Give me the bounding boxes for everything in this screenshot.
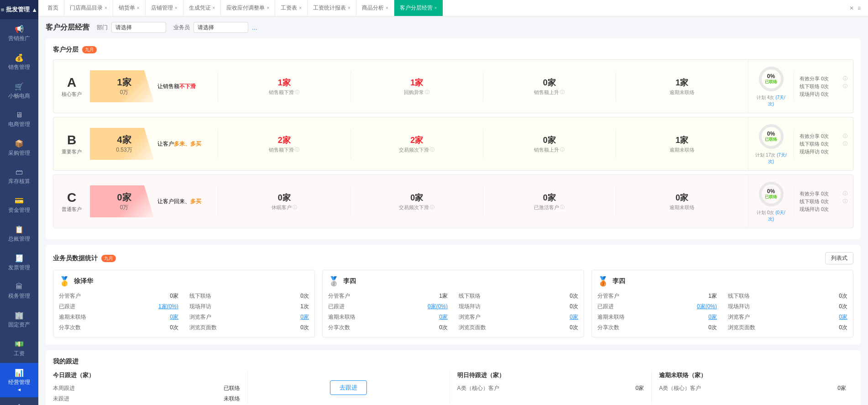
sidebar-item-shuiwu[interactable]: 🏛 税务管理 xyxy=(0,277,38,305)
tier-a-stat-4[interactable]: 1家 逾期未联络 xyxy=(616,72,748,101)
tier-c-stat-4[interactable]: 0家 逾期未联络 xyxy=(616,187,748,216)
tier-b-letter: B xyxy=(67,133,76,147)
sidebar-item-caigou[interactable]: 📦 采购管理 xyxy=(0,134,38,163)
sidebar-item-jingying[interactable]: 📊 经营管理 ◀ xyxy=(0,363,38,397)
tier-a-stat-4-label: 逾期未联络 xyxy=(620,89,745,96)
tier-b-visual-inner: 4家 0.53万 xyxy=(111,134,132,154)
tier-a-slogan: 让销售额不下滑 xyxy=(154,77,218,96)
followup-col-action: 去跟进 xyxy=(248,371,450,404)
tier-c-right-stats: 有效分享 0次ⓘ 线下联络 0次ⓘ 现场拜访 0次 xyxy=(794,187,853,216)
tab-customer-mgmt-close[interactable]: × xyxy=(434,5,437,11)
sidebar-item-yingxiao[interactable]: 📢 营销推广 xyxy=(0,19,38,48)
tier-a-label: A 核心客户 xyxy=(53,68,90,105)
tier-a-visual-inner: 1家 0万 xyxy=(112,76,131,96)
tier-a-right-stats: 有效分享 0次ⓘ 线下联络 0次ⓘ 现场拜访 0次 xyxy=(794,72,853,101)
dept-select[interactable]: 请选择 xyxy=(111,22,166,33)
sidebar-item-fapiao[interactable]: 🧾 发票管理 xyxy=(0,248,38,277)
sidebar-item-label: 工资 xyxy=(14,350,25,358)
sidebar-item-diansang[interactable]: 🖥 电商管理 xyxy=(0,105,38,134)
followup-overdue-row-1: A类（核心）客户 0家 xyxy=(659,383,846,394)
tab-store-mgmt[interactable]: 店铺管理 × xyxy=(146,0,183,16)
tier-b-stat-4[interactable]: 1家 逾期未联络 xyxy=(616,129,748,159)
gongzi-icon: 💵 xyxy=(15,340,24,348)
staff-lisi1-stat-6: 现场拜访 0次 xyxy=(459,303,578,310)
tab-sales-order-close[interactable]: × xyxy=(137,5,140,11)
main-area: 首页 门店商品目录 × 销货单 × 店铺管理 × 生成凭证 × 应收应付调整单 … xyxy=(38,0,868,405)
tab-payroll-report-close[interactable]: × xyxy=(348,5,350,11)
tier-b-label: B 重要客户 xyxy=(53,126,90,163)
tier-a-stat-2[interactable]: 1家 回购异常 ⓘ xyxy=(350,72,483,101)
followup-col-overdue: 逾期未联络（家） A类（核心）客户 0家 xyxy=(652,371,853,404)
tab-payroll[interactable]: 工资表 × xyxy=(275,0,308,16)
tier-c-stat-3[interactable]: 0家 已激活客户 ⓘ xyxy=(483,187,616,216)
tier-b-stats: 2家 销售额下滑 ⓘ 2家 交易频次下滑 ⓘ 0家 销售额上升 ⓘ 1家 逾期未… xyxy=(218,129,748,159)
go-followup-btn[interactable]: 去跟进 xyxy=(330,380,367,395)
tier-c-slogan: 让客户回来、多买 xyxy=(154,192,218,211)
tab-home[interactable]: 首页 xyxy=(42,0,64,16)
tier-c-visual-inner: 0家 0万 xyxy=(112,191,131,211)
sidebar-item-kucun[interactable]: 🗃 库存核算 xyxy=(0,163,38,191)
tier-a-stat-3[interactable]: 0家 销售额上升 ⓘ xyxy=(483,72,616,101)
staff-lisi2-stat-2: 已跟进 0家(0%) xyxy=(597,303,717,310)
filter-more-btn[interactable]: ... xyxy=(252,24,257,31)
tab-payroll-report[interactable]: 工资统计报表 × xyxy=(308,0,356,16)
tab-close-all[interactable]: ✕ xyxy=(849,5,854,11)
tab-voucher[interactable]: 生成凭证 × xyxy=(183,0,221,16)
sidebar-item-zhangmu[interactable]: 📋 总账管理 xyxy=(0,220,38,248)
staff-xuzhua-badge: 🥇 xyxy=(59,276,70,287)
tier-c-amount: 0万 xyxy=(117,204,131,211)
tier-b-stat-2[interactable]: 2家 交易频次下滑 ⓘ xyxy=(350,129,483,159)
tab-store-products-label: 门店商品目录 xyxy=(70,4,103,12)
staff-card-lisi2: 🥉 李四 分管客户 1家 线下联络 0次 已跟进 xyxy=(591,270,853,337)
tier-b-amount: 0.53万 xyxy=(116,146,132,154)
sidebar-item-gongzi[interactable]: 💵 工资 xyxy=(0,334,38,363)
staff-lisi1-stat-4: 分享次数 0次 xyxy=(328,324,448,331)
tier-b-stat-2-count: 2家 xyxy=(355,135,480,146)
tab-payroll-close[interactable]: × xyxy=(299,5,302,11)
customer-tiers-month: 九月 xyxy=(82,46,97,53)
dept-label: 部门 xyxy=(97,24,108,32)
tier-a-stat-1[interactable]: 1家 销售额下滑 ⓘ xyxy=(218,72,350,101)
tab-store-products[interactable]: 门店商品目录 × xyxy=(64,0,113,16)
tier-row-a: A 核心客户 1家 0万 让销售额不下滑 1家 销售额下滑 ⓘ xyxy=(53,59,853,113)
tier-b-stat-3[interactable]: 0家 销售额上升 ⓘ xyxy=(483,129,616,159)
tier-a-circle-text: 0% 已联络 xyxy=(765,73,777,84)
tier-c-right-3: 现场拜访 0次 xyxy=(800,206,847,213)
tier-c-name: 普通客户 xyxy=(62,206,82,213)
tab-sales-order[interactable]: 销货单 × xyxy=(113,0,146,16)
my-followup-section: 我的跟进 今日跟进（家） 本周跟进 已联络 未跟进 未联络 去跟进 xyxy=(46,350,861,405)
sidebar-item-xiaoshou[interactable]: 💰 销售管理 xyxy=(0,48,38,77)
sidebar-item-zijin[interactable]: 💳 资金管理 xyxy=(0,191,38,220)
sidebar-item-gudingzichan[interactable]: 🏢 固定资产 xyxy=(0,305,38,334)
tab-store-mgmt-close[interactable]: × xyxy=(175,5,178,11)
staff-xuzhua-stat-2: 已跟进 1家(0%) xyxy=(59,303,178,310)
sidebar-item-xiaodian[interactable]: 🛒 小畅电商 xyxy=(0,77,38,105)
list-view-btn[interactable]: 列表式 xyxy=(825,252,853,264)
tab-store-products-close[interactable]: × xyxy=(105,5,107,11)
tier-c-stat-1[interactable]: 0家 休眠客户 ⓘ xyxy=(218,187,350,216)
tab-customer-mgmt[interactable]: 客户分层经营 × xyxy=(394,0,443,16)
tab-product-analysis[interactable]: 商品分析 × xyxy=(356,0,394,16)
staff-xuzhua-stats: 分管客户 0家 线下联络 0次 已跟进 1家(0%) 现场拜访 xyxy=(59,292,309,331)
tier-b-count: 4家 xyxy=(116,134,132,146)
staff-lisi2-name: 李四 xyxy=(612,277,625,285)
sidebar-item-jichu[interactable]: ℹ 基础信息 xyxy=(0,397,38,405)
sidebar-header[interactable]: ≡ 批发管理 ▲ xyxy=(0,0,38,19)
tab-voucher-close[interactable]: × xyxy=(213,5,215,11)
tier-c-letter: C xyxy=(67,190,76,205)
tier-a-stat-2-label: 回购异常 ⓘ xyxy=(355,89,480,96)
sidebar-item-label: 销售管理 xyxy=(8,63,30,71)
tab-menu[interactable]: ≡ xyxy=(858,5,861,11)
tier-a-stat-3-count: 0家 xyxy=(487,77,612,88)
tab-receivable[interactable]: 应收应付调整单 × xyxy=(221,0,275,16)
staff-lisi1-stat-1: 分管客户 1家 xyxy=(328,292,448,300)
staff-xuzhua-name: 徐泽华 xyxy=(74,277,93,285)
tab-receivable-close[interactable]: × xyxy=(267,5,269,11)
staff-select[interactable]: 请选择 xyxy=(193,22,248,33)
tier-c-circle-plan: 计划 0次 (0天/次) xyxy=(754,210,788,222)
tier-b-stat-1[interactable]: 2家 销售额下滑 ⓘ xyxy=(218,129,350,159)
tier-b-circle: 0% 已联络 计划 17次 (7天/次) xyxy=(748,117,794,170)
tier-c-stat-2[interactable]: 0家 交易频次下滑 ⓘ xyxy=(350,187,483,216)
tab-product-analysis-close[interactable]: × xyxy=(386,5,388,11)
jingying-icon: 📊 xyxy=(15,368,24,377)
